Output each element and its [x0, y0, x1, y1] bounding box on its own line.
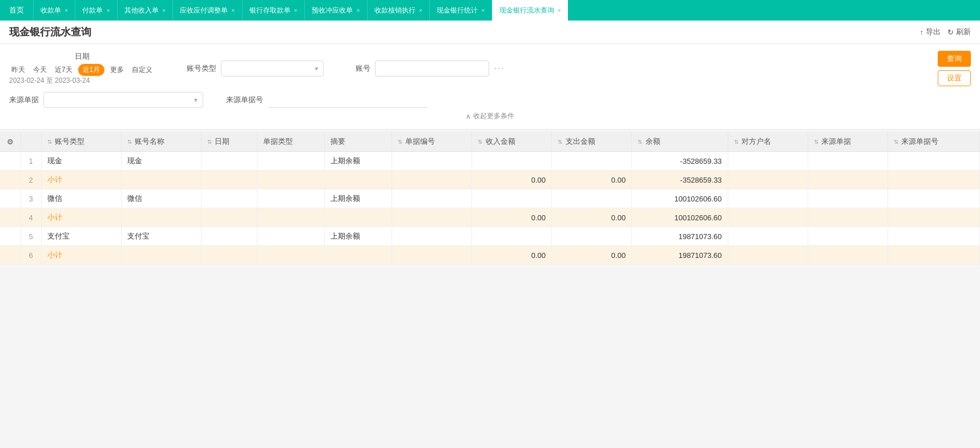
row-doc-no [392, 227, 471, 246]
th-expense[interactable]: ⇅ 支出金额 [552, 132, 632, 152]
close-tab-other-income[interactable]: × [162, 7, 166, 14]
row-balance: 19871073.60 [632, 246, 728, 265]
th-source-doc-no[interactable]: ⇅ 来源单据号 [888, 132, 979, 152]
th-summary[interactable]: 摘要 [324, 132, 392, 152]
row-expense: 0.00 [552, 171, 632, 189]
source-doc-no-input[interactable] [268, 92, 428, 108]
row-gear-cell [0, 189, 21, 208]
close-tab-payments[interactable]: × [106, 7, 110, 14]
row-expense: 0.00 [552, 246, 632, 265]
sort-icon-balance: ⇅ [638, 139, 642, 145]
row-expense [552, 152, 632, 171]
th-gear[interactable]: ⚙ [0, 132, 21, 152]
close-tab-receipts[interactable]: × [64, 7, 68, 14]
row-balance: 19871073.60 [632, 227, 728, 246]
nav-tab-prepaid[interactable]: 预收冲应收单 × [304, 0, 366, 21]
refresh-button[interactable]: ↻ 刷新 [947, 27, 971, 37]
row-account-type: 小计 [41, 208, 121, 227]
row-income [471, 189, 551, 208]
th-income[interactable]: ⇅ 收入金额 [471, 132, 551, 152]
table-container: ⚙ ⇅ 账号类型 ⇅ 账号名称 ⇅ 日期 单据类型 [0, 132, 980, 265]
row-doc-no [392, 189, 471, 208]
account-no-input[interactable] [375, 60, 489, 76]
collapse-chevron-icon: ∧ [466, 112, 471, 120]
nav-home[interactable]: 首页 [0, 0, 33, 21]
row-gear-cell [0, 171, 21, 189]
row-gear-cell [0, 208, 21, 227]
nav-tab-receipts[interactable]: 收款单 × [33, 0, 75, 21]
date-btn-more[interactable]: 更多 [108, 64, 126, 76]
settings-button[interactable]: 设置 [938, 70, 971, 86]
sort-icon-doc-no: ⇅ [398, 139, 402, 145]
row-expense: 0.00 [552, 208, 632, 227]
close-tab-cash-bank-flow[interactable]: × [558, 7, 561, 14]
th-account-type[interactable]: ⇅ 账号类型 [41, 132, 121, 152]
source-doc-filter: 来源单据 ▼ [9, 92, 203, 108]
th-counterparty[interactable]: ⇅ 对方户名 [728, 132, 808, 152]
row-account-type: 小计 [41, 171, 121, 189]
row-date [201, 189, 257, 208]
close-tab-ar-ap-adj[interactable]: × [231, 7, 235, 14]
row-source-doc-no [888, 246, 979, 265]
sort-icon-date: ⇅ [207, 139, 212, 145]
row-source-doc-no [888, 189, 979, 208]
th-account-name[interactable]: ⇅ 账号名称 [121, 132, 201, 152]
row-income: 0.00 [471, 246, 551, 265]
query-button[interactable]: 查询 [938, 51, 971, 67]
date-btn-yesterday[interactable]: 昨天 [9, 64, 27, 76]
th-doc-type[interactable]: 单据类型 [257, 132, 324, 152]
source-doc-no-filter: 来源单据号 [226, 92, 428, 108]
row-doc-no [392, 208, 471, 227]
row-doc-type [257, 208, 324, 227]
close-tab-receipt-verify[interactable]: × [419, 7, 422, 14]
row-doc-type [257, 171, 324, 189]
close-tab-prepaid[interactable]: × [356, 7, 360, 14]
row-counterparty [728, 171, 808, 189]
close-tab-cash-bank-stats[interactable]: × [481, 7, 485, 14]
row-source-doc [808, 152, 888, 171]
row-source-doc-no [888, 171, 979, 189]
th-balance[interactable]: ⇅ 余额 [632, 132, 728, 152]
more-dots-icon[interactable]: ··· [494, 63, 505, 74]
collapse-bar[interactable]: ∧ 收起更多条件 [9, 108, 971, 122]
row-num: 2 [21, 171, 41, 189]
sort-icon-counterparty: ⇅ [734, 139, 739, 145]
nav-tab-payments[interactable]: 付款单 × [75, 0, 116, 21]
account-no-label: 账号 [356, 63, 370, 74]
nav-tab-cash-bank-stats[interactable]: 现金银行统计 × [429, 0, 491, 21]
row-doc-no [392, 246, 471, 265]
account-type-label: 账号类型 [187, 63, 216, 74]
row-income: 0.00 [471, 208, 551, 227]
nav-tab-bank-deposit[interactable]: 银行存取款单 × [242, 0, 304, 21]
filter-row-2: 来源单据 ▼ 来源单据号 [9, 92, 971, 108]
date-range: 2023-02-24 至 2023-03-24 [9, 76, 155, 86]
nav-tab-receipt-verify[interactable]: 收款核销执行 × [367, 0, 429, 21]
nav-tab-cash-bank-flow[interactable]: 现金银行流水查询 × [492, 0, 568, 21]
nav-tab-other-income[interactable]: 其他收入单 × [117, 0, 172, 21]
page-header: 现金银行流水查询 ↑ 导出 ↻ 刷新 [0, 21, 980, 44]
th-date[interactable]: ⇅ 日期 [201, 132, 257, 152]
table-body: 1 现金 现金 上期余额 -3528659.33 2 小计 0.00 0.00 … [0, 152, 980, 265]
header-actions: ↑ 导出 ↻ 刷新 [920, 27, 971, 37]
th-source-doc[interactable]: ⇅ 来源单据 [808, 132, 888, 152]
gear-icon: ⚙ [7, 138, 14, 146]
row-num: 5 [21, 227, 41, 246]
row-summary [324, 208, 392, 227]
row-doc-type [257, 227, 324, 246]
th-doc-no[interactable]: ⇅ 单据编号 [392, 132, 471, 152]
nav-tab-ar-ap-adj[interactable]: 应收应付调整单 × [172, 0, 241, 21]
row-account-name [121, 246, 201, 265]
source-doc-select[interactable] [43, 92, 203, 108]
date-btn-1month[interactable]: 近1月 [78, 64, 105, 76]
close-tab-bank-deposit[interactable]: × [294, 7, 297, 14]
date-btn-7days[interactable]: 近7天 [53, 64, 75, 76]
export-button[interactable]: ↑ 导出 [920, 27, 941, 37]
row-balance: 100102606.60 [632, 189, 728, 208]
date-btn-custom[interactable]: 自定义 [130, 64, 155, 76]
sort-icon-expense: ⇅ [558, 139, 562, 145]
account-type-select[interactable] [221, 60, 324, 76]
row-source-doc [808, 208, 888, 227]
row-date [201, 152, 257, 171]
row-gear-cell [0, 246, 21, 265]
date-btn-today[interactable]: 今天 [31, 64, 49, 76]
